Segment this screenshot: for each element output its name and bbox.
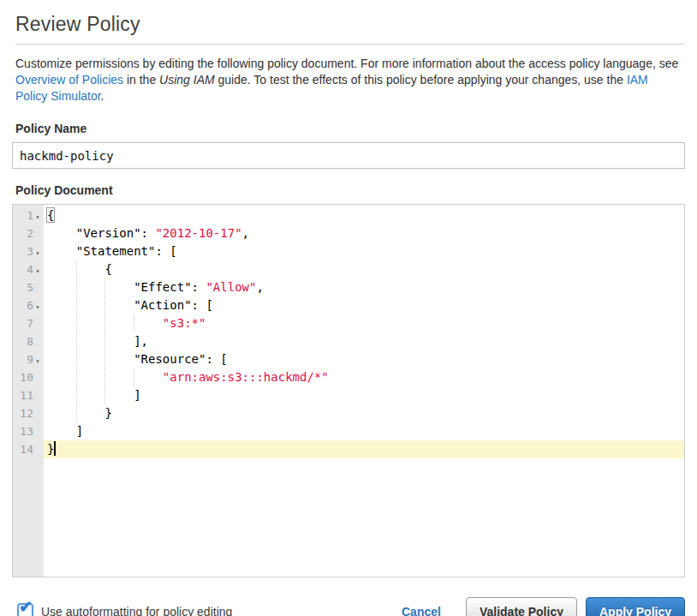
line-number: 4 [27,260,33,278]
line-number: 5 [27,278,33,296]
intro-part3: guide. To test the effects of this polic… [215,73,627,87]
indent-guide [76,296,77,314]
indent-guide [76,332,77,350]
policy-document-label: Policy Document [15,183,682,197]
gutter-line-10: 10 [13,368,44,386]
gutter-line-12: 12 [13,404,44,422]
fold-arrow-icon[interactable]: ▾ [36,267,40,275]
code-token: , [256,280,263,294]
intro-part2: in the [123,73,159,87]
title-divider [15,44,685,45]
code-line-6[interactable]: "Action": [ [44,296,684,314]
code-string-token: "s3:*" [163,316,206,330]
gutter-line-8: 8 [13,332,44,350]
policy-name-input[interactable] [12,142,685,169]
line-number: 13 [20,422,33,440]
indent-guide [104,278,105,296]
indent-guide [104,314,105,332]
code-token: { [47,262,112,276]
line-number: 7 [27,314,33,332]
indent-guide [76,314,77,332]
code-line-7[interactable]: "s3:*" [44,314,684,332]
text-cursor [54,441,56,456]
fold-arrow-icon[interactable]: ▾ [36,303,40,311]
code-token: "Version": [47,226,155,240]
gutter-line-7: 7 [13,314,44,332]
indent-guide [104,296,105,314]
line-number: 12 [20,404,33,422]
fold-arrow-icon[interactable]: ▾ [36,249,40,257]
indent-guide [76,260,77,278]
code-line-1[interactable]: { [44,206,684,224]
indent-guide [134,314,134,332]
indent-guide [76,404,77,422]
code-token: ] [47,424,83,438]
code-token: "Effect": [47,280,206,294]
gutter-line-6: 6▾ [13,296,44,314]
gutter-line-4: 4▾ [13,260,44,278]
gutter-line-2: 2 [13,224,44,242]
autoformat-label: Use autoformatting for policy editing [41,605,232,616]
gutter-line-9: 9▾ [13,350,44,368]
indent-guide [104,368,105,386]
code-string-token: "Allow" [206,280,256,294]
apply-policy-button[interactable]: Apply Policy [586,597,685,616]
policy-name-label: Policy Name [15,122,682,135]
line-number: 8 [27,332,33,350]
gutter-line-13: 13 [13,422,44,440]
code-token: } [47,442,54,456]
gutter-line-14: 14 [13,440,44,458]
code-token: { [46,207,55,223]
intro-part1: Customize permissions by editing the fol… [15,57,678,70]
autoformat-checkbox[interactable]: ✔ [17,603,33,616]
line-number: 6 [27,296,33,314]
code-line-4[interactable]: { [44,260,684,278]
code-line-2[interactable]: "Version": "2012-10-17", [44,224,684,242]
code-line-10[interactable]: "arn:aws:s3:::hackmd/*" [44,368,684,386]
check-icon: ✔ [19,599,33,615]
code-line-11[interactable]: ] [44,386,684,404]
gutter-line-1: 1▾ [13,206,44,224]
line-number: 9 [27,350,33,368]
footer-bar: ✔ Use autoformatting for policy editing … [12,597,685,616]
code-token: "Statement": [ [47,244,177,258]
validate-policy-button[interactable]: Validate Policy [466,597,577,616]
indent-guide [76,350,77,368]
line-number: 14 [20,440,33,458]
indent-guide [76,386,77,404]
line-number: 1 [27,206,33,224]
indent-guide [76,368,77,386]
indent-guide [104,332,105,350]
intro-text: Customize permissions by editing the fol… [15,56,682,105]
indent-guide [104,386,105,404]
gutter-line-11: 11 [13,386,44,404]
policy-document-editor[interactable]: 1▾23▾4▾56▾789▾1011121314 { "Version": "2… [12,204,685,577]
code-token: "Resource": [ [47,352,228,366]
fold-arrow-icon[interactable]: ▾ [36,357,40,365]
page-title: Review Policy [15,13,682,36]
action-buttons: Cancel Validate Policy Apply Policy [402,597,685,616]
editor-code-area[interactable]: { "Version": "2012-10-17", "Statement": … [44,205,684,577]
code-line-12[interactable]: } [44,404,684,422]
code-line-5[interactable]: "Effect": "Allow", [44,278,684,296]
autoformat-option: ✔ Use autoformatting for policy editing [17,603,232,616]
code-string-token: "2012-10-17" [155,226,241,240]
code-line-9[interactable]: "Resource": [ [44,350,684,368]
fold-arrow-icon[interactable]: ▾ [36,213,40,221]
cancel-link[interactable]: Cancel [402,605,441,616]
code-token: "Action": [ [47,298,213,312]
code-line-14[interactable]: } [44,440,684,458]
line-number: 3 [27,242,33,260]
indent-guide [76,278,77,296]
code-line-13[interactable]: ] [44,422,684,440]
indent-guide [134,368,134,386]
code-line-3[interactable]: "Statement": [ [44,242,684,260]
code-token: , [242,226,249,240]
guide-name: Using IAM [159,73,215,87]
code-line-8[interactable]: ], [44,332,684,350]
line-number: 10 [20,368,33,386]
overview-of-policies-link[interactable]: Overview of Policies [15,73,123,87]
code-token: ] [47,388,141,402]
intro-part4: . [101,89,104,103]
gutter-line-3: 3▾ [13,242,44,260]
